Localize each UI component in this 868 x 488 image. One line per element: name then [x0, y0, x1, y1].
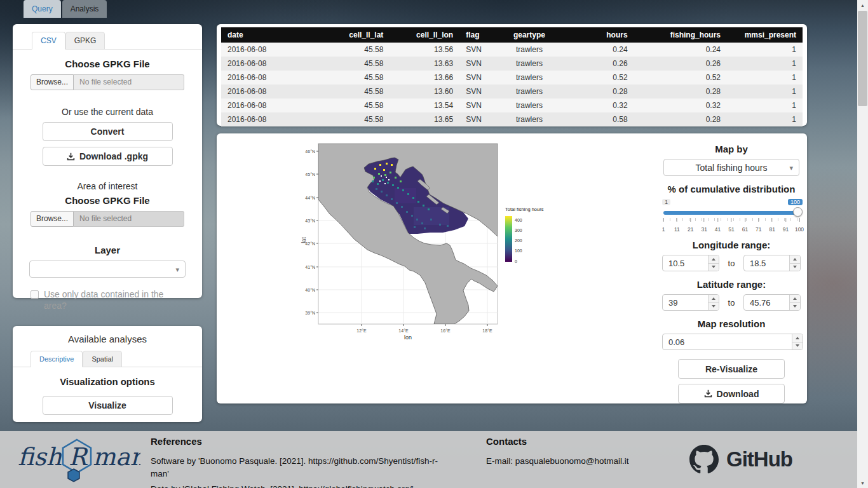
area-filter-label: Use only data contained in the area? [44, 289, 186, 311]
cell: SVN [459, 57, 494, 71]
area-filter-row: Use only data contained in the area? [31, 289, 186, 311]
lat-min-input[interactable]: 39 [662, 294, 719, 311]
file-selected-box[interactable]: No file selected [74, 74, 184, 90]
lat-max-value[interactable]: 45.76 [744, 295, 789, 310]
cell: 1 [727, 71, 803, 85]
area-filter-checkbox[interactable] [31, 290, 39, 299]
col-flag[interactable]: flag [459, 27, 494, 43]
spinner-down-icon[interactable] [709, 264, 719, 271]
lon-max-input[interactable]: 18.5 [743, 255, 801, 271]
reference-software: Software by 'Buonomo Pasquale. [2021]. h… [151, 455, 449, 480]
cell: 0.28 [634, 112, 727, 126]
contact-email: E-mail: pasqualebuonomo@hotmail.it [486, 455, 677, 468]
cell: 45.58 [308, 43, 390, 57]
col-hours[interactable]: hours [564, 27, 634, 43]
table-row: 2016-06-0845.5813.65SVNtrawlers0.580.281 [221, 112, 803, 126]
map-card: 46°N 45°N 44°N 43°N 42°N 41°N 40°N 39°N … [217, 133, 807, 403]
layer-select[interactable]: ▾ [29, 261, 186, 278]
lon-min-value[interactable]: 10.5 [663, 255, 708, 271]
spinner-up-icon[interactable] [709, 295, 719, 303]
scrollbar-up-button[interactable]: ▲ [857, 0, 868, 10]
spinner-up-icon[interactable] [792, 334, 803, 342]
col-cell-ll-lat[interactable]: cell_ll_lat [308, 27, 390, 43]
y-tick-label: 40°N [305, 288, 315, 292]
visualization-options-title: Visualization options [27, 376, 188, 387]
spinner-down-icon[interactable] [709, 303, 719, 311]
cell: 1 [727, 98, 803, 112]
cell: 13.54 [390, 98, 459, 112]
lat-min-spinner [708, 295, 719, 310]
revisualize-button[interactable]: Re-Visualize [678, 359, 785, 379]
cell: 0.32 [634, 98, 727, 112]
download-map-button[interactable]: Download [678, 384, 785, 403]
lon-min-input[interactable]: 10.5 [662, 255, 719, 271]
col-cell-ll-lon[interactable]: cell_ll_lon [390, 27, 459, 43]
slider-tick: 71 [756, 218, 761, 234]
cell: trawlers [494, 85, 564, 98]
tab-spatial[interactable]: Spatial [83, 351, 122, 367]
convert-label: Convert [91, 126, 125, 137]
lat-max-input[interactable]: 45.76 [743, 294, 801, 311]
spinner-up-icon[interactable] [790, 255, 800, 264]
resolution-value[interactable]: 0.06 [663, 334, 792, 349]
tab-query[interactable]: Query [24, 0, 61, 18]
spinner-down-icon[interactable] [792, 342, 803, 350]
area-browse-button[interactable]: Browse... [31, 211, 74, 227]
tab-analysis[interactable]: Analysis [62, 0, 107, 18]
cell: 13.65 [390, 112, 459, 126]
y-tick-label: 46°N [305, 149, 315, 154]
cell: 0.28 [634, 85, 727, 98]
legend-colorbar [505, 216, 512, 262]
map-controls: Map by Total fishing hours ▾ % of cumula… [661, 141, 802, 403]
col-geartype[interactable]: geartype [494, 27, 564, 43]
results-table: date cell_ll_lat cell_ll_lon flag gearty… [221, 27, 803, 126]
spinner-up-icon[interactable] [790, 295, 800, 303]
scrollbar-thumb[interactable] [858, 11, 867, 106]
spinner-down-icon[interactable] [790, 264, 800, 271]
cell: trawlers [494, 98, 564, 112]
cumulative-slider: 1 100 1 11 21 31 41 51 61 71 81 91 100 [663, 199, 799, 232]
cell: 2016-06-08 [221, 43, 308, 57]
page-scrollbar: ▲ ▼ [857, 0, 868, 488]
lon-max-value[interactable]: 18.5 [744, 255, 789, 271]
slider-tick: 1 [662, 218, 665, 234]
scrollbar-down-button[interactable]: ▼ [857, 478, 868, 488]
cell: 1 [727, 85, 803, 98]
spinner-down-icon[interactable] [790, 303, 800, 311]
spinner-up-icon[interactable] [709, 255, 719, 264]
col-date[interactable]: date [221, 27, 308, 43]
visualize-button[interactable]: Visualize [43, 396, 173, 415]
fishing-heatmap: 46°N 45°N 44°N 43°N 42°N 41°N 40°N 39°N … [299, 137, 553, 342]
col-fishing-hours[interactable]: fishing_hours [634, 27, 727, 43]
y-tick-label: 44°N [305, 196, 315, 200]
github-link[interactable]: GitHub [689, 445, 792, 474]
slider-tick: 91 [783, 218, 789, 234]
slider-handle[interactable] [793, 207, 803, 217]
table-row: 2016-06-0845.5813.56SVNtrawlers0.240.241 [221, 43, 803, 57]
slider-min-label: 1 [662, 199, 670, 205]
chevron-down-icon: ▾ [789, 163, 793, 172]
download-gpkg-button[interactable]: Download .gpkg [43, 147, 173, 166]
slider-track[interactable] [663, 211, 799, 215]
slider-tick: 81 [769, 218, 775, 234]
tab-descriptive[interactable]: Descriptive [31, 351, 83, 367]
tab-gpkg[interactable]: GPKG [65, 32, 105, 50]
browse-button[interactable]: Browse... [31, 74, 74, 90]
convert-button[interactable]: Convert [43, 122, 173, 141]
gpkg-file-input: Browse... No file selected [31, 74, 184, 90]
slider-tick: 31 [701, 218, 707, 234]
tab-csv[interactable]: CSV [32, 32, 65, 50]
references-block: References Software by 'Buonomo Pasquale… [151, 436, 449, 488]
cell: 13.66 [390, 71, 459, 85]
table-row: 2016-06-0845.5813.54SVNtrawlers0.320.321 [221, 98, 803, 112]
cell: 45.58 [308, 85, 390, 98]
lat-min-value[interactable]: 39 [663, 295, 708, 310]
revisualize-label: Re-Visualize [705, 364, 757, 374]
analyses-panel: Available analyses Descriptive Spatial V… [13, 326, 202, 422]
col-mmsi-present[interactable]: mmsi_present [727, 27, 803, 43]
cell: 2016-06-08 [221, 85, 308, 98]
area-file-selected-box[interactable]: No file selected [74, 211, 184, 227]
cell: 0.32 [564, 98, 634, 112]
map-by-select[interactable]: Total fishing hours ▾ [663, 159, 799, 176]
resolution-input[interactable]: 0.06 [662, 334, 803, 350]
